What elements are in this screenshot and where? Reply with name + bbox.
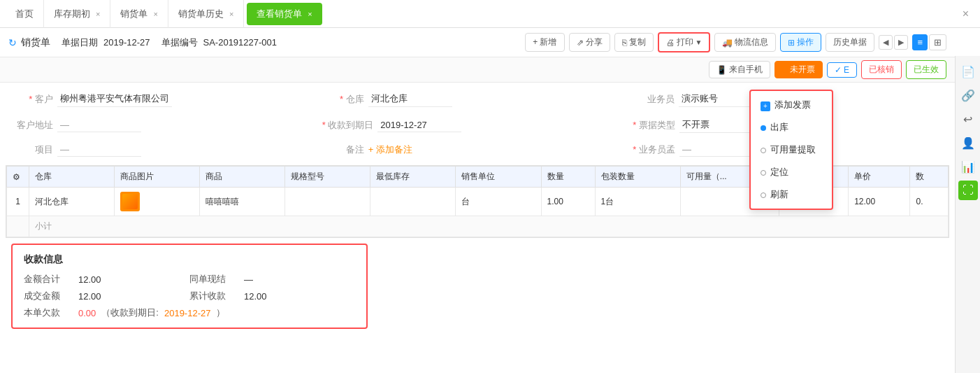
row-amount: 0.: [910, 188, 949, 216]
col-pack-qty: 包装数量: [595, 167, 680, 188]
add-invoice-icon: +: [761, 99, 770, 111]
col-spec: 规格型号: [285, 167, 370, 188]
dropdown-refresh[interactable]: 刷新: [751, 183, 832, 206]
tab-view-sales-close[interactable]: ×: [308, 10, 312, 18]
ship-out-icon: [761, 122, 766, 133]
pay-total-label: 金额合计: [24, 273, 73, 286]
pay-owed-value: 0.00: [78, 308, 96, 318]
pay-deal-label: 成交金额: [24, 290, 73, 302]
dropdown-available-qty[interactable]: 可用量提取: [751, 139, 832, 161]
staff2-label: 业务员孟: [633, 143, 675, 156]
row-warehouse: 河北仓库: [29, 188, 115, 216]
col-min-stock: 最低库存: [370, 167, 456, 188]
list-view-button[interactable]: ≡: [912, 34, 928, 50]
toolbar-row: 📱 来自手机 未开票 ✓ E 已核销 已生效: [0, 57, 955, 83]
doc-header: ↻ 销货单 单据日期 2019-12-27 单据编号 SA-20191227-0…: [0, 28, 955, 57]
doc-meta-date: 单据日期 2019-12-27: [62, 36, 150, 49]
from-phone-button[interactable]: 📱 来自手机: [709, 61, 770, 78]
row-product-img: [115, 188, 200, 216]
print-icon: 🖨: [666, 38, 675, 48]
row-num: 1: [7, 188, 29, 216]
pay-row-owed: 本单欠款 0.00 （收款到期日: 2019-12-27 ）: [24, 307, 355, 319]
dropdown-add-invoice[interactable]: + 添加发票: [751, 94, 832, 116]
pay-row-deal: 成交金额 12.00: [24, 290, 189, 302]
product-image: [120, 192, 140, 211]
sidebar-doc-icon[interactable]: 📄: [958, 62, 978, 81]
row-sales-unit: 台: [456, 188, 541, 216]
row-spec: [285, 188, 370, 216]
pay-owed-label: 本单欠款: [24, 307, 73, 319]
sidebar-link-icon[interactable]: 🔗: [958, 85, 978, 105]
window-close[interactable]: ×: [957, 8, 974, 20]
operations-dropdown: + 添加发票 出库 可用量提取 定位 刷新: [749, 90, 833, 210]
tab-bar: 首页 库存期初 × 销货单 × 销货单历史 × 查看销货单 × ×: [0, 0, 980, 28]
payment-grid: 金额合计 12.00 同单现结 — 成交金额 12.00 累计收款 12.00 …: [24, 273, 355, 319]
prev-button[interactable]: ◀: [879, 35, 893, 50]
col-sales-unit: 销售单位: [456, 167, 541, 188]
pay-row-accumulated: 累计收款 12.00: [189, 290, 355, 302]
add-note-button[interactable]: 添加备注: [368, 143, 412, 156]
effect-status-badge: 已生效: [906, 60, 946, 79]
operations-button[interactable]: ⊞ 操作: [780, 33, 821, 52]
tab-sales-history[interactable]: 销货单历史 ×: [168, 0, 244, 28]
right-sidebar: 📄 🔗 ↩ 👤 📊 ⛶: [955, 56, 980, 373]
doc-title: ↻ 销货单: [8, 36, 50, 49]
customer-label: 客户: [11, 93, 53, 106]
logistics-icon: 🚚: [722, 38, 733, 48]
pay-due-date: 2019-12-27: [164, 308, 211, 318]
due-date-value: 2019-12-27: [377, 118, 461, 132]
tab-view-sales[interactable]: 查看销货单 ×: [247, 3, 322, 25]
tab-home[interactable]: 首页: [6, 0, 44, 28]
main-content: ↻ 销货单 单据日期 2019-12-27 单据编号 SA-20191227-0…: [0, 28, 980, 373]
doc-title-text: 销货单: [21, 36, 50, 49]
copy-button[interactable]: ⎘ 复制: [614, 33, 654, 52]
tab-sales-history-close[interactable]: ×: [229, 10, 233, 18]
row-min-stock: [370, 188, 456, 216]
new-button[interactable]: + 新增: [525, 33, 564, 52]
pay-total-value: 12.00: [78, 274, 101, 285]
print-button[interactable]: 🖨 打印 ▼: [658, 32, 711, 52]
subtotal-row: 小计: [7, 216, 949, 237]
customer-value: 柳州粤港平安气体有限公司: [57, 91, 172, 107]
payment-title: 收款信息: [24, 253, 355, 266]
address-label: 客户地址: [11, 119, 53, 132]
due-date-label: 收款到期日: [322, 119, 374, 132]
orange-dot-icon: [782, 67, 788, 73]
check-icon: ✓: [835, 65, 842, 75]
sidebar-expand-icon[interactable]: ⛶: [958, 181, 978, 200]
doc-meta-number: 单据编号 SA-20191227-001: [161, 36, 278, 49]
tab-inventory[interactable]: 库存期初 ×: [44, 0, 110, 28]
col-unit-price: 单价: [849, 167, 910, 188]
staff-label: 业务员: [633, 93, 675, 106]
cancel-status-badge: 已核销: [861, 60, 902, 79]
check1-button[interactable]: ✓ E: [827, 62, 857, 78]
share-button[interactable]: ⇗ 分享: [569, 33, 610, 52]
col-product: 商品: [200, 167, 285, 188]
col-amount: 数: [910, 167, 949, 188]
history-button[interactable]: 历史单据: [826, 33, 874, 52]
tab-inventory-close[interactable]: ×: [96, 10, 100, 18]
row-pack-qty: 1台: [595, 188, 680, 216]
next-button[interactable]: ▶: [894, 35, 908, 50]
doc-icon: ↻: [8, 37, 17, 48]
pay-same-settle-value: —: [244, 274, 253, 285]
dropdown-ship-out[interactable]: 出库: [751, 116, 832, 139]
sidebar-undo-icon[interactable]: ↩: [958, 109, 978, 129]
sidebar-user-icon[interactable]: 👤: [958, 133, 978, 153]
row-unit-price: 12.00: [849, 188, 910, 216]
sidebar-chart-icon[interactable]: 📊: [958, 157, 978, 176]
warehouse-label: 仓库: [322, 93, 364, 106]
payment-box: 收款信息 金额合计 12.00 同单现结 — 成交金额 12.00 累计收款 1…: [11, 244, 368, 329]
col-settings[interactable]: ⚙: [7, 167, 29, 188]
logistics-button[interactable]: 🚚 物流信息: [714, 33, 776, 52]
pay-owed-note: （收款到期日:: [101, 307, 159, 319]
project-value: —: [57, 143, 141, 157]
phone-icon: 📱: [716, 65, 727, 75]
address-value: —: [57, 118, 141, 132]
note-field: 备注 添加备注: [322, 143, 633, 156]
dropdown-locate[interactable]: 定位: [751, 161, 832, 183]
tab-sales-close[interactable]: ×: [153, 10, 157, 18]
not-open-ticket-button[interactable]: 未开票: [774, 61, 823, 78]
grid-view-button[interactable]: ⊞: [929, 34, 946, 50]
tab-sales[interactable]: 销货单 ×: [110, 0, 168, 28]
